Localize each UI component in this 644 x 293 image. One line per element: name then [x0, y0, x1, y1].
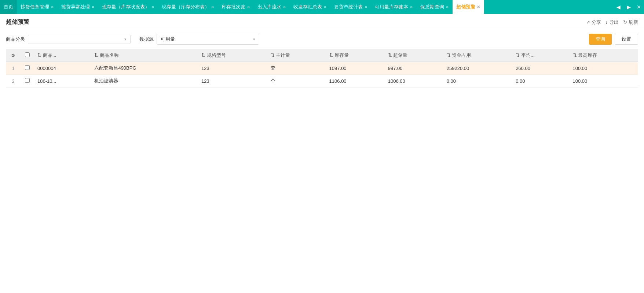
sort-icon: ⇅	[447, 52, 451, 58]
category-select[interactable]: ▾	[28, 35, 131, 44]
category-chevron-icon: ▾	[124, 37, 127, 42]
cell-over-stock: 1006.00	[384, 75, 443, 88]
nav-item-10[interactable]: 保质期查询✕	[417, 0, 453, 14]
column-spec[interactable]: ⇅ 规格型号	[198, 49, 267, 62]
nav-item-label: 现存量（库存分布表）	[162, 4, 209, 10]
nav-prev-button[interactable]: ◀	[613, 0, 623, 14]
page-header: 超储预警 ↗ 分享 ↓ 导出 ↻ 刷新	[0, 14, 644, 29]
top-navigation: 首页拣货任务管理✕拣货异常处理✕现存量（库存状况表）✕现存量（库存分布表）✕库存…	[0, 0, 644, 14]
nav-item-9[interactable]: 可用量库存账本✕	[371, 0, 417, 14]
gear-icon: ⚙	[11, 53, 15, 58]
cell-spec: 123	[198, 62, 267, 75]
column-avg[interactable]: ⇅ 平均...	[512, 49, 569, 62]
datasource-filter-group: 数据源 可用量 ▾	[139, 34, 259, 45]
nav-item-1[interactable]: 拣货任务管理✕	[17, 0, 58, 14]
nav-item-4[interactable]: 现存量（库存分布表）✕	[158, 0, 218, 14]
nav-item-label: 库存批次账	[222, 4, 245, 10]
nav-item-3[interactable]: 现存量（库存状况表）✕	[98, 0, 158, 14]
nav-close-icon[interactable]: ✕	[51, 5, 54, 10]
table-row: 1 0000004 六配套新昌490BPG 123 套 1097.00 997.…	[6, 62, 638, 75]
column-product-name[interactable]: ⇅ 商品名称	[91, 49, 198, 62]
nav-item-label: 首页	[4, 4, 13, 10]
page-title: 超储预警	[6, 18, 29, 26]
row-checkbox-cell[interactable]	[21, 75, 34, 88]
row-checkbox-cell[interactable]	[21, 62, 34, 75]
cell-stock: 1097.00	[326, 62, 384, 75]
sort-icon: ⇅	[271, 52, 275, 58]
nav-close-icon[interactable]: ✕	[247, 5, 250, 10]
datasource-select[interactable]: 可用量 ▾	[157, 34, 259, 45]
cell-spec: 123	[198, 75, 267, 88]
column-unit[interactable]: ⇅ 主计量	[267, 49, 326, 62]
sort-icon: ⇅	[516, 52, 520, 58]
column-product-code[interactable]: ⇅ 商品...	[34, 49, 91, 62]
column-select-all[interactable]	[21, 49, 34, 62]
cell-max-stock: 100.00	[569, 75, 638, 88]
cell-capital: 0.00	[443, 75, 512, 88]
nav-item-8[interactable]: 要货单统计表✕	[330, 0, 371, 14]
nav-item-label: 现存量（库存状况表）	[102, 4, 150, 10]
data-table: ⚙ ⇅ 商品... ⇅ 商品名称 ⇅ 规格型号	[6, 49, 638, 88]
cell-product-name: 机油滤清器	[91, 75, 198, 88]
nav-item-label: 保质期查询	[420, 4, 444, 10]
nav-close-icon[interactable]: ✕	[364, 5, 367, 10]
nav-item-0[interactable]: 首页	[0, 0, 17, 14]
nav-close-icon[interactable]: ✕	[151, 5, 154, 10]
nav-next-button[interactable]: ▶	[623, 0, 634, 14]
column-gear[interactable]: ⚙	[6, 49, 21, 62]
settings-button[interactable]: 设置	[615, 34, 638, 45]
column-max-stock[interactable]: ⇅ 最高库存	[569, 49, 638, 62]
cell-avg: 260.00	[512, 62, 569, 75]
header-actions: ↗ 分享 ↓ 导出 ↻ 刷新	[586, 19, 638, 26]
nav-item-label: 拣货任务管理	[21, 4, 49, 10]
refresh-button[interactable]: ↻ 刷新	[623, 19, 638, 26]
nav-close-icon[interactable]: ✕	[477, 5, 480, 10]
nav-item-7[interactable]: 收发存汇总表✕	[290, 0, 330, 14]
query-button[interactable]: 查询	[589, 34, 612, 45]
page-container: 超储预警 ↗ 分享 ↓ 导出 ↻ 刷新 商品分类 ▾ 数据源	[0, 14, 644, 293]
nav-close-icon[interactable]: ✕	[410, 5, 413, 10]
filter-buttons: 查询 设置	[589, 34, 638, 45]
cell-unit: 套	[267, 62, 326, 75]
nav-item-label: 要货单统计表	[334, 4, 363, 10]
nav-close-icon[interactable]: ✕	[211, 5, 214, 10]
nav-item-label: 收发存汇总表	[293, 4, 322, 10]
share-button[interactable]: ↗ 分享	[586, 19, 601, 26]
row-checkbox[interactable]	[25, 78, 30, 83]
nav-item-2[interactable]: 拣货异常处理✕	[58, 0, 98, 14]
nav-item-label: 拣货异常处理	[61, 4, 90, 10]
column-stock[interactable]: ⇅ 库存量	[326, 49, 384, 62]
cell-avg: 0.00	[512, 75, 569, 88]
nav-item-6[interactable]: 出入库流水✕	[254, 0, 290, 14]
category-filter-group: 商品分类 ▾	[6, 35, 131, 44]
nav-close-icon[interactable]: ✕	[323, 5, 327, 10]
cell-max-stock: 100.00	[569, 62, 638, 75]
column-capital[interactable]: ⇅ 资金占用	[443, 49, 512, 62]
table-header-row: ⚙ ⇅ 商品... ⇅ 商品名称 ⇅ 规格型号	[6, 49, 638, 62]
nav-item-5[interactable]: 库存批次账✕	[218, 0, 254, 14]
export-button[interactable]: ↓ 导出	[605, 19, 619, 26]
nav-close-icon[interactable]: ✕	[91, 5, 95, 10]
export-icon: ↓	[605, 19, 608, 25]
datasource-chevron-icon: ▾	[253, 37, 255, 42]
table-wrapper: ⚙ ⇅ 商品... ⇅ 商品名称 ⇅ 规格型号	[0, 49, 644, 88]
select-all-checkbox[interactable]	[25, 52, 30, 57]
share-icon: ↗	[586, 19, 590, 25]
category-label: 商品分类	[6, 36, 25, 42]
sort-icon: ⇅	[573, 52, 577, 58]
sort-icon: ⇅	[201, 52, 205, 58]
cell-stock: 1106.00	[326, 75, 384, 88]
column-over-stock[interactable]: ⇅ 超储量	[384, 49, 443, 62]
nav-close-button[interactable]: ✕	[634, 0, 644, 14]
datasource-label: 数据源	[139, 36, 154, 42]
nav-item-label: 超储预警	[456, 4, 475, 10]
nav-close-icon[interactable]: ✕	[283, 5, 286, 10]
nav-arrows: ◀ ▶ ✕	[613, 0, 644, 14]
nav-item-11[interactable]: 超储预警✕	[453, 0, 484, 14]
row-checkbox[interactable]	[25, 65, 30, 70]
cell-capital: 259220.00	[443, 62, 512, 75]
cell-over-stock: 997.00	[384, 62, 443, 75]
sort-icon: ⇅	[388, 52, 392, 58]
nav-close-icon[interactable]: ✕	[446, 5, 449, 10]
refresh-icon: ↻	[623, 19, 627, 25]
